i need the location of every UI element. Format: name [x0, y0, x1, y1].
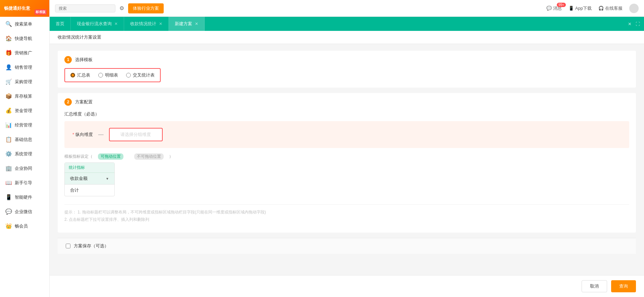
sidebar-item-smart-hw[interactable]: 📱 智能硬件: [0, 190, 49, 204]
chat-icon: 💬: [5, 208, 12, 215]
sidebar-logo: 畅捷通好生意 标准版: [0, 0, 49, 17]
tab-bar-actions: ✕ ⛶: [624, 17, 644, 31]
message-action[interactable]: 💬 消息 99+: [546, 5, 562, 11]
dropdown-arrow-icon[interactable]: ▼: [106, 177, 109, 181]
dimension-area: * 纵向维度 — 请选择分组维度: [64, 121, 629, 148]
tab-close-all-icon[interactable]: ✕: [628, 21, 632, 27]
sidebar-item-label: 畅会员: [15, 223, 28, 229]
cancel-button[interactable]: 取消: [582, 280, 607, 292]
cart-icon: 🛒: [5, 79, 12, 85]
step1-title: 选择模板: [75, 57, 93, 63]
save-section: 方案保存（可选）: [58, 238, 636, 254]
person-icon: 👤: [5, 64, 12, 70]
template-detail-label: 明细表: [105, 72, 118, 78]
step2-title: 方案配置: [75, 99, 93, 105]
tab-receipt-stat[interactable]: 收款情况统计 ✕: [124, 17, 169, 31]
tab-receipt-stat-label: 收款情况统计: [130, 21, 156, 27]
dimension-selector[interactable]: 请选择分组维度: [109, 128, 163, 141]
sidebar-item-guide[interactable]: 📖 新手引导: [0, 176, 49, 190]
message-badge: 99+: [557, 3, 566, 7]
sidebar-item-label: 新手引导: [15, 180, 32, 186]
template-radio-detail[interactable]: [98, 73, 103, 78]
tab-bank-flow-close[interactable]: ✕: [114, 21, 118, 26]
step2-number: 2: [64, 98, 72, 106]
metrics-hint-suffix: ）: [169, 154, 173, 159]
dimension-placeholder: 请选择分组维度: [120, 132, 151, 138]
tab-home[interactable]: 首页: [50, 17, 71, 31]
sidebar-item-label: 系统管理: [15, 151, 32, 157]
sidebar-item-label: 企业微信: [15, 209, 32, 215]
metrics-column-header[interactable]: 收款金额 ▼: [65, 173, 114, 185]
sidebar-item-operations[interactable]: 📊 经营管理: [0, 118, 49, 132]
step1-section: 1 选择模板 汇总表 明细表 交叉统计表: [58, 51, 636, 88]
sidebar-item-system[interactable]: ⚙️ 系统管理: [0, 147, 49, 161]
search-icon: 🔍: [5, 21, 12, 27]
app-download-action[interactable]: 📱 App下载: [569, 5, 592, 11]
vertical-dim-label: * 纵向维度: [72, 132, 93, 138]
logo-badge: 标准版: [35, 9, 47, 15]
sidebar-item-enterprise[interactable]: 🏢 企业协同: [0, 161, 49, 176]
summary-dimension-title: 汇总维度（必选）: [64, 111, 629, 117]
sidebar-item-label: 资金管理: [15, 108, 32, 114]
message-icon: 💬: [546, 6, 552, 11]
draggable-badge: 可拖动位置: [98, 153, 123, 160]
query-button[interactable]: 查询: [611, 280, 636, 292]
clipboard-icon: 📋: [5, 136, 12, 143]
search-input[interactable]: [55, 4, 115, 12]
no-drag-badge: 不可拖动位置: [134, 153, 164, 160]
step2-header: 2 方案配置: [64, 98, 629, 106]
metrics-table: 统计指标 收款金额 ▼ 合计: [64, 162, 115, 196]
tab-home-label: 首页: [56, 21, 64, 27]
online-support-action[interactable]: 🎧 在线客服: [598, 5, 623, 11]
metrics-section: 模板指标设定（ 可拖动位置 不可拖动位置 ） 统计指标 收款金额 ▼: [64, 153, 629, 196]
template-radio-summary[interactable]: [70, 73, 75, 78]
support-icon: 🎧: [598, 6, 604, 11]
tab-bank-flow[interactable]: 现金银行流水查询 ✕: [71, 17, 124, 31]
metrics-hint: 模板指标设定（ 可拖动位置 不可拖动位置 ）: [64, 153, 629, 160]
sidebar-item-marketing[interactable]: 🎁 营销推广: [0, 46, 49, 60]
top-header: ⚙ 体验行业方案 💬 消息 99+ 📱 App下载 🎧 在线客服: [50, 0, 644, 17]
tab-new-plan-label: 新建方案: [175, 21, 192, 27]
tip-2: 2. 点击标题栏下拉可设置排序、插入列和删除列: [64, 216, 629, 224]
tab-new-plan[interactable]: 新建方案 ✕: [169, 17, 205, 31]
template-radio-cross[interactable]: [126, 73, 131, 78]
sidebar-item-purchase[interactable]: 🛒 采购管理: [0, 75, 49, 89]
template-options: 汇总表 明细表 交叉统计表: [64, 68, 161, 82]
sidebar-item-label: 智能硬件: [15, 194, 32, 200]
sidebar-item-finance[interactable]: 💰 资金管理: [0, 103, 49, 118]
template-option-summary[interactable]: 汇总表: [70, 72, 90, 78]
tab-new-plan-close[interactable]: ✕: [195, 21, 198, 26]
tab-bank-flow-label: 现金银行流水查询: [77, 21, 112, 27]
settings-icon[interactable]: ⚙: [119, 5, 124, 11]
metrics-column-label: 收款金额: [70, 176, 88, 182]
tab-receipt-stat-close[interactable]: ✕: [159, 21, 162, 26]
sidebar-item-search[interactable]: 🔍 搜索菜单: [0, 17, 49, 31]
tip-label: 提示：: [64, 210, 76, 214]
tab-maximize-icon[interactable]: ⛶: [636, 21, 640, 27]
sidebar-item-sales[interactable]: 👤 销售管理: [0, 60, 49, 75]
industry-solution-button[interactable]: 体验行业方案: [128, 3, 164, 13]
template-cross-label: 交叉统计表: [133, 72, 155, 78]
step1-header: 1 选择模板: [64, 56, 629, 63]
header-right-actions: 💬 消息 99+ 📱 App下载 🎧 在线客服: [546, 4, 639, 13]
sidebar-item-quick-nav[interactable]: 🏠 快捷导航: [0, 31, 49, 46]
crown-icon: 👑: [5, 223, 12, 229]
sidebar-item-wechat[interactable]: 💬 企业微信: [0, 204, 49, 219]
tab-bar: 首页 现金银行流水查询 ✕ 收款情况统计 ✕ 新建方案 ✕ ✕ ⛶: [50, 17, 644, 31]
sidebar-item-inventory[interactable]: 📦 库存核算: [0, 89, 49, 103]
main-area: ⚙ 体验行业方案 💬 消息 99+ 📱 App下载 🎧 在线客服 首页 现金银行…: [50, 0, 644, 297]
book-icon: 📖: [5, 180, 12, 186]
template-option-detail[interactable]: 明细表: [98, 72, 118, 78]
sidebar-item-basic-info[interactable]: 📋 基础信息: [0, 132, 49, 147]
step1-number: 1: [64, 56, 72, 63]
template-option-cross[interactable]: 交叉统计表: [126, 72, 155, 78]
metrics-hint-prefix: 模板指标设定（: [64, 154, 93, 159]
phone-icon: 📱: [5, 194, 12, 200]
save-checkbox[interactable]: [66, 244, 70, 248]
avatar[interactable]: [629, 4, 639, 13]
sidebar-item-member[interactable]: 👑 畅会员: [0, 219, 49, 233]
gift-icon: 🎁: [5, 50, 12, 56]
chart-icon: 📊: [5, 122, 12, 128]
metrics-row-total-label: 合计: [70, 188, 79, 193]
metrics-row-total: 合计: [65, 185, 114, 196]
